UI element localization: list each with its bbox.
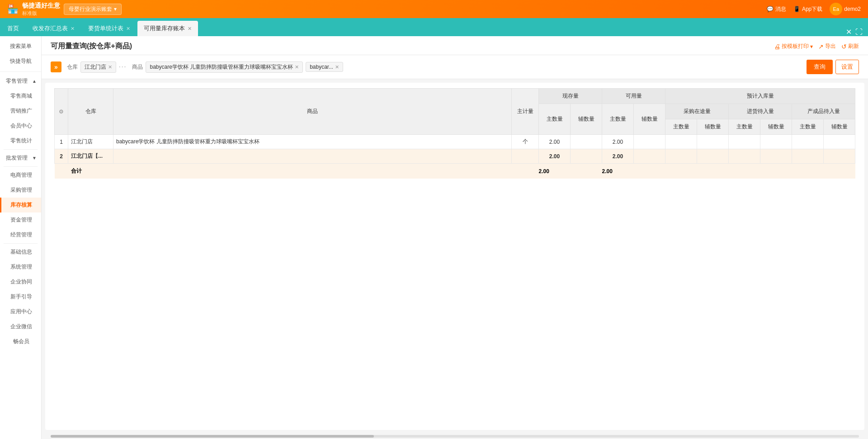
sidebar-item-app-center-label: 应用中心 — [10, 308, 32, 316]
row2-finished-main — [792, 149, 824, 164]
print-icon: 🖨 — [774, 43, 780, 50]
sidebar-quick-nav-btn[interactable]: 快捷导航 — [4, 55, 38, 68]
tab-available-inventory-close[interactable]: ✕ — [188, 26, 192, 32]
sidebar-item-retail-stats[interactable]: 零售统计 — [0, 133, 41, 148]
app-download-btn[interactable]: 📱 App下载 — [793, 5, 822, 13]
table-wrapper: ⚙ 仓库 商品 主计量 现存量 可用量 预计入库量 主数量 辅数量 主数量 辅数… — [45, 83, 864, 430]
sidebar-item-enterprise-collab-label: 企业协同 — [10, 278, 32, 286]
refresh-btn[interactable]: ↺ 刷新 — [841, 42, 859, 50]
sidebar-item-new-guide[interactable]: 新手引导 — [0, 289, 41, 304]
user-profile[interactable]: Ea demo2 — [830, 3, 861, 15]
total-spacer1 — [55, 164, 68, 179]
total-finished-aux — [824, 164, 855, 179]
row1-available-aux — [634, 135, 665, 149]
sidebar-item-inventory-check[interactable]: 库存核算 — [0, 198, 41, 212]
refresh-icon: ↺ — [841, 43, 847, 50]
sidebar-item-enterprise-collab[interactable]: 企业协同 — [0, 274, 41, 289]
sidebar-item-app-center[interactable]: 应用中心 — [0, 304, 41, 319]
total-purchase-aux — [697, 164, 729, 179]
total-label: 合计 — [68, 164, 539, 179]
tab-available-inventory[interactable]: 可用量库存账本 ✕ — [137, 21, 198, 36]
tab-receive-summary[interactable]: 收发存汇总表 ✕ — [26, 21, 81, 36]
product-filter-tag1[interactable]: babycare学饮杯 儿童防摔防撞吸管杯重力球吸嘴杯宝宝水杯 ✕ — [146, 61, 303, 73]
sidebar-item-enterprise-wechat[interactable]: 企业微信 — [0, 319, 41, 334]
warehouse-filter-close[interactable]: ✕ — [108, 64, 112, 70]
header-actions: 🖨 按模板打印 ▾ ↗ 导出 ↺ 刷新 — [774, 42, 859, 50]
col-current-stock-header: 现存量 — [539, 89, 602, 104]
sidebar-item-marketing[interactable]: 营销推广 — [0, 104, 41, 118]
tab-close-all-btn[interactable]: ✕ — [846, 28, 852, 36]
sidebar-search-btn[interactable]: 搜索菜单 — [4, 40, 38, 53]
logo-info: 畅捷通好生意 标准版 — [22, 2, 60, 17]
warehouse-filter-tag[interactable]: 江北门店 ✕ — [80, 61, 116, 73]
tab-bar: 首页 收发存汇总表 ✕ 要货单统计表 ✕ 可用量库存账本 ✕ ✕ ⛶ — [0, 18, 868, 36]
settings-btn[interactable]: 设置 — [835, 60, 859, 74]
query-btn[interactable]: 查询 — [807, 60, 833, 74]
warehouse-filter-more[interactable]: ··· — [119, 63, 127, 71]
tab-requisition-stats-close[interactable]: ✕ — [126, 26, 130, 32]
sidebar-item-basic-info[interactable]: 基础信息 — [0, 245, 41, 260]
filter-toggle-btn[interactable]: » — [51, 61, 61, 72]
sidebar-item-member-center-label: 会员中心 — [10, 122, 32, 130]
username: demo2 — [844, 6, 861, 12]
row2-finished-aux — [824, 149, 855, 164]
col-available-aux-header: 辅数量 — [634, 104, 665, 135]
row2-warehouse: 江北门店【... — [68, 149, 113, 164]
col-goods-aux-header: 辅数量 — [760, 119, 792, 135]
sidebar-item-purchase-mgmt-label: 采购管理 — [10, 186, 32, 194]
page-header: 可用量查询(按仓库+商品) 🖨 按模板打印 ▾ ↗ 导出 ↺ 刷新 — [42, 36, 868, 55]
col-purchase-main-header: 主数量 — [665, 119, 697, 135]
sidebar-item-ecommerce-mgmt[interactable]: 电商管理 — [0, 168, 41, 183]
filter-actions: 查询 设置 — [807, 60, 859, 74]
sidebar-item-purchase-mgmt[interactable]: 采购管理 — [0, 183, 41, 198]
filter-product-field: 商品 babycare学饮杯 儿童防摔防撞吸管杯重力球吸嘴杯宝宝水杯 ✕ bab… — [132, 61, 343, 73]
sidebar-item-enterprise-wechat-label: 企业微信 — [10, 323, 32, 330]
total-current-aux — [571, 164, 602, 179]
product-filter-label: 商品 — [132, 63, 143, 71]
scrollbar-track[interactable] — [51, 435, 859, 438]
product-filter-tag2[interactable]: babycar... ✕ — [306, 62, 343, 72]
sidebar-item-retail-mgmt[interactable]: 零售管理 ▲ — [0, 74, 41, 89]
total-available-main: 2.00 — [602, 164, 634, 179]
scrollbar-thumb[interactable] — [51, 435, 374, 438]
message-btn[interactable]: 💬 消息 — [767, 5, 786, 13]
tab-receive-summary-close[interactable]: ✕ — [71, 26, 75, 32]
app-download-label: App下载 — [802, 5, 822, 13]
mobile-icon: 📱 — [793, 6, 800, 12]
table-gear-icon[interactable]: ⚙ — [59, 109, 64, 115]
logo-icon: 🏪 — [7, 4, 19, 14]
col-unit-header: 主计量 — [512, 89, 539, 135]
sidebar-item-wholesale-mgmt[interactable]: 批发管理 ▼ — [0, 151, 41, 165]
sidebar-item-vip-member-label: 畅会员 — [13, 338, 29, 345]
sidebar-item-finance-mgmt[interactable]: 资金管理 — [0, 212, 41, 227]
top-bar-left: 🏪 畅捷通好生意 标准版 母婴行业演示账套 ▾ — [7, 2, 122, 17]
col-available-header: 可用量 — [602, 89, 665, 104]
row2-available-main: 2.00 — [602, 149, 634, 164]
tab-requisition-stats[interactable]: 要货单统计表 ✕ — [82, 21, 137, 36]
sidebar-item-ecommerce-mgmt-label: 电商管理 — [10, 171, 32, 179]
sidebar-item-retail-mgmt-label: 零售管理 — [6, 77, 28, 85]
tab-home[interactable]: 首页 — [1, 21, 25, 36]
export-btn[interactable]: ↗ 导出 — [818, 42, 836, 50]
product-filter-tag2-close[interactable]: ✕ — [335, 64, 339, 70]
print-btn[interactable]: 🖨 按模板打印 ▾ — [774, 42, 813, 50]
sidebar-item-ops-mgmt[interactable]: 经营管理 — [0, 227, 41, 242]
org-selector[interactable]: 母婴行业演示账套 ▾ — [64, 4, 122, 15]
product-filter-tag1-close[interactable]: ✕ — [295, 64, 299, 70]
total-goods-aux — [760, 164, 792, 179]
total-goods-main — [729, 164, 760, 179]
total-available-aux — [634, 164, 665, 179]
org-name: 母婴行业演示账套 — [69, 5, 112, 13]
sidebar-item-retail-mall[interactable]: 零售商城 — [0, 89, 41, 104]
sidebar-item-member-center[interactable]: 会员中心 — [0, 118, 41, 133]
sidebar-item-vip-member[interactable]: 畅会员 — [0, 334, 41, 349]
sidebar-item-retail-mall-label: 零售商城 — [10, 92, 32, 100]
col-current-main-header: 主数量 — [539, 104, 571, 135]
col-available-main-header: 主数量 — [602, 104, 634, 135]
table-row: 1 江北门店 babycare学饮杯 儿童防摔防撞吸管杯重力球吸嘴杯宝宝水杯 个… — [55, 135, 855, 149]
col-warehouse-header: 仓库 — [68, 89, 113, 135]
sidebar-item-finance-mgmt-label: 资金管理 — [10, 216, 32, 224]
sidebar-item-system-mgmt[interactable]: 系统管理 — [0, 260, 41, 274]
row1-finished-aux — [824, 135, 855, 149]
tab-expand-btn[interactable]: ⛶ — [855, 28, 863, 36]
